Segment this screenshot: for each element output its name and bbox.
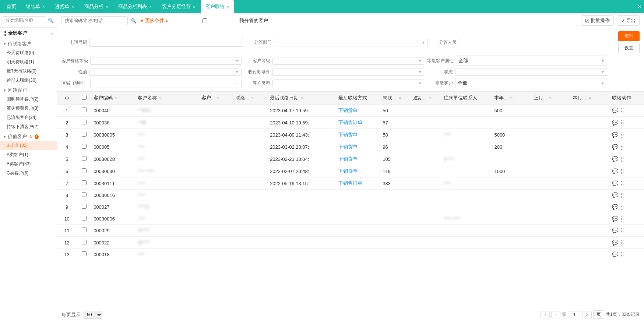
export-btn[interactable]: ↗ 导出 bbox=[617, 15, 640, 26]
sort-thismonth-icon[interactable]: ⇅ bbox=[588, 96, 591, 100]
sidebar-item-today-contact[interactable]: 今天待联络(0) bbox=[0, 48, 57, 57]
settings-col-header[interactable]: ⚙ bbox=[57, 92, 77, 105]
row-checkbox[interactable] bbox=[82, 227, 87, 232]
last-way-link[interactable]: 下销货单 bbox=[338, 144, 358, 149]
first-page-btn[interactable]: K bbox=[540, 311, 550, 318]
grid-action-icon[interactable]: ⣿ bbox=[620, 168, 624, 174]
query-btn[interactable]: 查询 bbox=[618, 31, 640, 41]
row-checkbox[interactable] bbox=[82, 240, 87, 244]
sidebar-group-value[interactable]: ▼ 价值客户 ↻ ! bbox=[0, 131, 57, 141]
grid-action-icon[interactable]: ⣿ bbox=[620, 204, 624, 210]
row-checkbox[interactable] bbox=[82, 156, 87, 161]
refresh-icon[interactable]: ↻ bbox=[29, 134, 33, 139]
sidebar-item-overdue-contact[interactable]: 逾期未联络(30) bbox=[0, 76, 57, 85]
grid-action-icon[interactable]: ⣿ bbox=[620, 192, 624, 198]
last-way-link[interactable]: 下销货单 bbox=[338, 107, 358, 113]
page-number-input[interactable] bbox=[568, 311, 581, 318]
grid-action-icon[interactable]: ⣿ bbox=[620, 251, 624, 257]
nav-tab-product-analysis[interactable]: 商品分析 × bbox=[80, 0, 112, 13]
filter-region-input[interactable]: ··· bbox=[90, 79, 242, 88]
select-all-checkbox[interactable] bbox=[82, 95, 87, 100]
window-close-btn[interactable]: × bbox=[638, 3, 641, 10]
grid-action-icon[interactable]: ⣿ bbox=[620, 227, 624, 233]
chat-action-icon[interactable]: 💬 bbox=[612, 240, 618, 246]
sidebar-search-input[interactable] bbox=[3, 16, 46, 24]
grid-action-icon[interactable]: ⣿ bbox=[620, 216, 624, 222]
sidebar-item-declining[interactable]: 持续下滑客户(2) bbox=[0, 122, 57, 131]
row-checkbox[interactable] bbox=[82, 144, 87, 149]
sidebar-item-c-class[interactable]: C类客户(6) bbox=[0, 169, 57, 178]
last-way-link[interactable]: 下销货单 bbox=[338, 132, 358, 137]
close-customer-tier-tab[interactable]: × bbox=[193, 4, 195, 9]
filter-status-select[interactable]: ▼ bbox=[455, 68, 607, 76]
grid-action-icon[interactable]: ⣿ bbox=[620, 107, 624, 113]
more-conditions-btn[interactable]: ▼ 更多条件 ▲ bbox=[140, 17, 169, 24]
filter-customer-level-select[interactable]: ▼ bbox=[272, 57, 425, 65]
page-size-select[interactable]: 50 100 200 bbox=[84, 311, 102, 319]
row-checkbox[interactable] bbox=[82, 132, 87, 137]
sidebar-group-pending[interactable]: ▼ 待联络客户 bbox=[0, 39, 57, 48]
filter-dept-select[interactable]: ▼ bbox=[274, 39, 427, 46]
last-way-link[interactable]: 下销售订单 bbox=[338, 180, 362, 186]
row-checkbox[interactable] bbox=[82, 251, 87, 256]
sidebar-group-problem[interactable]: ▼ 问题客户 bbox=[0, 85, 57, 95]
grid-action-icon[interactable]: ⣿ bbox=[620, 180, 624, 186]
sidebar-item-hoarding[interactable]: 囤购异常客户(2) bbox=[0, 95, 57, 104]
next-page-btn[interactable]: > bbox=[583, 311, 592, 318]
close-purchase-tab[interactable]: × bbox=[71, 4, 74, 9]
nav-tab-sales[interactable]: 销售单 × bbox=[21, 0, 49, 13]
row-checkbox[interactable] bbox=[82, 168, 87, 173]
prev-page-btn[interactable]: < bbox=[551, 311, 560, 318]
close-customer-contact-tab[interactable]: × bbox=[227, 4, 229, 9]
sort-code-icon[interactable]: ⇅ bbox=[115, 96, 118, 100]
nav-tab-purchase[interactable]: 进货单 × bbox=[50, 0, 78, 13]
row-checkbox[interactable] bbox=[82, 204, 87, 209]
last-page-btn[interactable]: 页 bbox=[593, 310, 604, 319]
grid-action-icon[interactable]: ⣿ bbox=[620, 132, 624, 138]
chat-action-icon[interactable]: 💬 bbox=[612, 132, 618, 138]
sort-contact-icon[interactable]: ⇅ bbox=[251, 96, 254, 100]
row-checkbox[interactable] bbox=[82, 120, 87, 124]
chat-action-icon[interactable]: 💬 bbox=[612, 144, 618, 150]
nav-home[interactable]: 首页 bbox=[3, 0, 20, 13]
filter-phone-input[interactable] bbox=[89, 38, 243, 47]
row-checkbox[interactable] bbox=[82, 180, 87, 185]
nav-tab-customer-contact[interactable]: 客户联络 × bbox=[201, 0, 233, 13]
sort-lastdate-icon[interactable]: ⇅ bbox=[301, 96, 304, 100]
chat-action-icon[interactable]: 💬 bbox=[612, 192, 618, 198]
grid-action-icon[interactable]: ⣿ bbox=[620, 144, 624, 150]
sidebar-item-a-class[interactable]: A类客户(1) bbox=[0, 150, 57, 159]
batch-ops-btn[interactable]: ☑ 批量操作 bbox=[581, 15, 614, 26]
sort-overdue-icon[interactable]: ⇅ bbox=[429, 96, 432, 100]
sidebar-item-tomorrow-contact[interactable]: 明天待联络(1) bbox=[0, 57, 57, 67]
last-way-link[interactable]: 下销售订单 bbox=[338, 120, 362, 125]
grid-action-icon[interactable]: ⣿ bbox=[620, 240, 624, 246]
grid-action-icon[interactable]: ⣿ bbox=[620, 156, 624, 162]
last-way-link[interactable]: 下销货单 bbox=[338, 168, 358, 174]
chat-action-icon[interactable]: 💬 bbox=[612, 204, 618, 210]
last-way-link[interactable]: 下销货单 bbox=[338, 156, 358, 162]
sidebar-item-churn-warning[interactable]: 流失预警客户(3) bbox=[0, 104, 57, 113]
filter-price-level-select[interactable]: ▼ bbox=[90, 57, 242, 65]
chat-action-icon[interactable]: 💬 bbox=[612, 107, 618, 113]
chat-action-icon[interactable]: 💬 bbox=[612, 216, 618, 222]
my-customers-checkbox[interactable] bbox=[172, 18, 238, 23]
sidebar-all-customers[interactable]: ⣿ 全部客户 « bbox=[0, 28, 57, 39]
row-checkbox[interactable] bbox=[82, 192, 87, 197]
nav-tab-customer-tier[interactable]: 客户分层经营 × bbox=[158, 0, 200, 13]
filter-manager-input[interactable]: ··· bbox=[459, 38, 612, 47]
filter-scatter-attr-select[interactable]: 全部▼ bbox=[456, 56, 607, 66]
sidebar-item-7days-contact[interactable]: 近7天待联络(0) bbox=[0, 67, 57, 76]
filter-payment-select[interactable]: ▼ bbox=[272, 68, 425, 76]
reset-btn[interactable]: 设置 bbox=[618, 43, 640, 53]
nav-tab-product-list[interactable]: 商品分析列表 × bbox=[114, 0, 156, 13]
grid-action-icon[interactable]: ⣿ bbox=[620, 120, 624, 126]
sidebar-item-lost[interactable]: 已流失客户(24) bbox=[0, 113, 57, 122]
sort-name-icon[interactable]: ⇅ bbox=[159, 96, 162, 100]
sidebar-search-icon[interactable]: 🔍 bbox=[48, 18, 54, 23]
chat-action-icon[interactable]: 💬 bbox=[612, 156, 618, 162]
filter-customer-type-select[interactable]: ▼ bbox=[272, 80, 425, 87]
filter-nature-select[interactable]: ▼ bbox=[89, 68, 242, 76]
sort-unlink-icon[interactable]: ⇅ bbox=[398, 96, 401, 100]
close-product-list-tab[interactable]: × bbox=[149, 4, 151, 9]
